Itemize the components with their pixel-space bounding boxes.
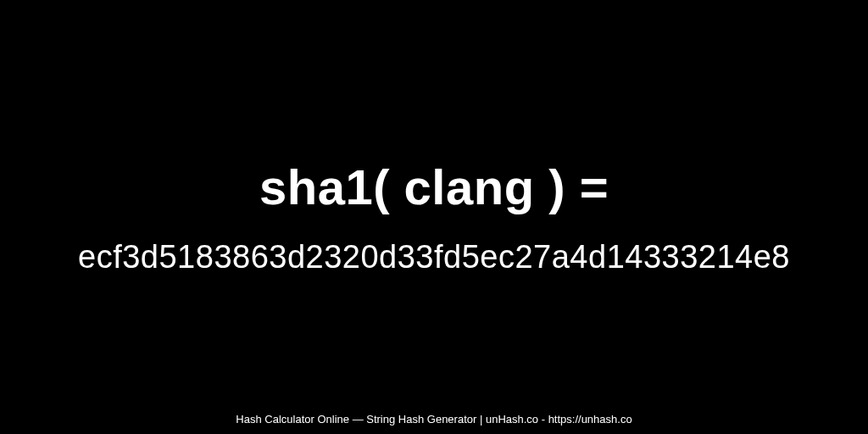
- hash-result: ecf3d5183863d2320d33fd5ec27a4d14333214e8: [78, 239, 790, 275]
- footer-text: Hash Calculator Online — String Hash Gen…: [0, 413, 868, 426]
- main-content: sha1( clang ) = ecf3d5183863d2320d33fd5e…: [0, 0, 868, 434]
- hash-expression: sha1( clang ) =: [259, 159, 609, 215]
